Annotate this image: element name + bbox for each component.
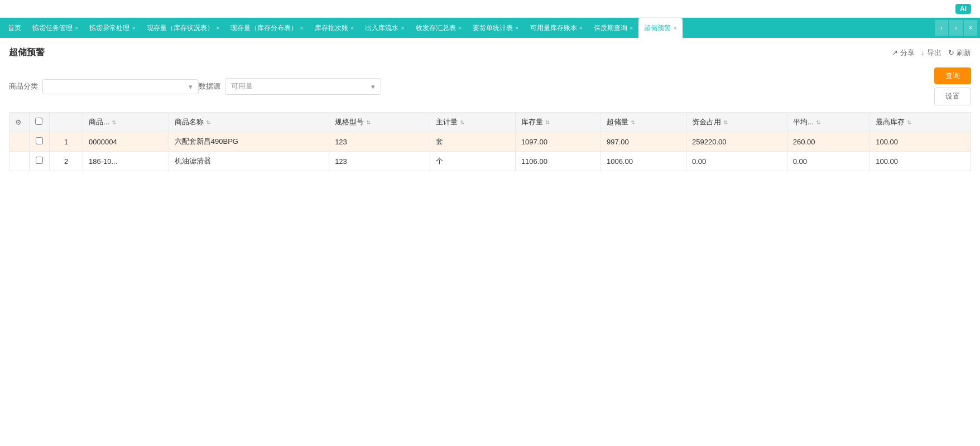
col-unit-label: 主计量 xyxy=(436,117,458,127)
nav-tab-inventory-dist-close[interactable]: × xyxy=(300,25,303,31)
nav-tab-inventory-status-close[interactable]: × xyxy=(216,25,219,31)
filter-buttons: 查询 设置 xyxy=(934,67,971,105)
nav-tab-inout-flow-close[interactable]: × xyxy=(401,25,404,31)
row-avg: 260.00 xyxy=(787,132,869,152)
nav-tab-inventory-status-label: 现存量（库存状况表） xyxy=(147,23,214,33)
nav-tab-home[interactable]: 首页 xyxy=(2,18,27,38)
page-header: 超储预警 ↗ 分享 ↓ 导出 ↻ 刷新 xyxy=(9,47,971,59)
nav-tab-overstock-warn-close[interactable]: × xyxy=(673,25,676,31)
col-name-sort-icon: ⇅ xyxy=(206,119,210,125)
nav-arrow-right[interactable]: › xyxy=(949,20,963,36)
col-checkbox-header[interactable] xyxy=(30,113,50,132)
nav-tab-exception-close[interactable]: × xyxy=(132,25,135,31)
col-max-label: 最高库存 xyxy=(876,117,905,127)
nav-tab-requisition-close[interactable]: × xyxy=(515,25,518,31)
datasource-select[interactable]: 可用量 ▾ xyxy=(225,78,381,95)
col-stock-header[interactable]: 库存量 ⇅ xyxy=(515,113,601,132)
ai-badge: Ai xyxy=(955,4,971,14)
row-spec: 123 xyxy=(329,132,430,152)
nav-tab-exception[interactable]: 拣货异常处理 × xyxy=(84,18,141,38)
select-all-checkbox[interactable] xyxy=(35,118,42,125)
nav-tab-inventory-dist[interactable]: 现存量（库存分布表） × xyxy=(225,18,309,38)
top-bar: Ai xyxy=(0,0,980,18)
nav-tab-overstock-warn[interactable]: 超储预警 × xyxy=(638,18,682,38)
nav-tab-available-ledger-close[interactable]: × xyxy=(579,25,583,31)
nav-arrows: ‹ › × xyxy=(934,20,978,36)
nav-tab-inout-flow[interactable]: 出入库流水 × xyxy=(359,18,410,38)
col-overstock-sort-icon: ⇅ xyxy=(631,119,635,125)
export-button[interactable]: ↓ 导出 xyxy=(921,48,942,58)
gear-icon[interactable]: ⚙ xyxy=(15,118,22,127)
nav-tab-quality-check-close[interactable]: × xyxy=(630,25,633,31)
header-actions: ↗ 分享 ↓ 导出 ↻ 刷新 xyxy=(892,48,972,58)
row-unit: 套 xyxy=(430,132,515,152)
table-header: ⚙ 商品... ⇅ 商品名称 ⇅ xyxy=(9,113,971,132)
export-icon: ↓ xyxy=(921,49,925,57)
row-gear-cell xyxy=(9,152,30,171)
nav-tab-inventory-batch[interactable]: 库存批次账 × xyxy=(309,18,359,38)
table-body: 1 0000004 六配套新昌490BPG 123 套 1097.00 997.… xyxy=(9,132,971,171)
row-overstock: 1006.00 xyxy=(601,152,686,171)
col-spec-label: 规格型号 xyxy=(335,117,364,127)
nav-tab-requisition[interactable]: 要货单统计表 × xyxy=(467,18,524,38)
settings-button[interactable]: 设置 xyxy=(934,88,971,105)
share-button[interactable]: ↗ 分享 xyxy=(892,48,915,58)
col-max-header[interactable]: 最高库存 ⇅ xyxy=(870,113,971,132)
nav-tab-quality-check[interactable]: 保质期查询 × xyxy=(588,18,638,38)
refresh-icon: ↻ xyxy=(948,49,954,57)
row-checkbox-cell[interactable] xyxy=(30,132,50,152)
nav-tab-recv-total[interactable]: 收发存汇总表 × xyxy=(410,18,467,38)
refresh-label: 刷新 xyxy=(957,48,971,58)
row-index: 2 xyxy=(50,152,83,171)
col-name-header[interactable]: 商品名称 ⇅ xyxy=(169,113,329,132)
nav-tab-inventory-status[interactable]: 现存量（库存状况表） × xyxy=(141,18,225,38)
col-code-header[interactable]: 商品... ⇅ xyxy=(83,113,169,132)
query-button[interactable]: 查询 xyxy=(934,67,971,84)
nav-tab-task-mgmt[interactable]: 拣货任务管理 × xyxy=(27,18,84,38)
col-name-label: 商品名称 xyxy=(175,117,204,127)
row-checkbox-cell[interactable] xyxy=(30,152,50,171)
category-dropdown-icon: ▾ xyxy=(189,83,193,91)
row-unit: 个 xyxy=(430,152,515,171)
nav-arrow-left[interactable]: ‹ xyxy=(935,20,948,36)
nav-tab-inout-flow-label: 出入库流水 xyxy=(365,23,398,33)
row-capital: 0.00 xyxy=(686,152,787,171)
category-label: 商品分类 xyxy=(9,81,38,91)
row-stock: 1097.00 xyxy=(515,132,601,152)
filter-row: 商品分类 ▾ 数据源 可用量 ▾ 查询 设置 xyxy=(9,67,971,105)
nav-tab-overstock-warn-label: 超储预警 xyxy=(644,23,671,33)
nav-tab-inventory-batch-close[interactable]: × xyxy=(350,25,354,31)
share-label: 分享 xyxy=(900,48,915,58)
refresh-button[interactable]: ↻ 刷新 xyxy=(948,48,971,58)
main-content: 超储预警 ↗ 分享 ↓ 导出 ↻ 刷新 商品分类 ▾ 数据源 xyxy=(0,38,980,446)
col-stock-sort-icon: ⇅ xyxy=(545,119,550,125)
row-checkbox[interactable] xyxy=(36,137,43,144)
row-checkbox[interactable] xyxy=(36,157,43,164)
col-capital-header[interactable]: 资金占用 ⇅ xyxy=(686,113,787,132)
row-overstock: 997.00 xyxy=(601,132,686,152)
nav-tab-home-label: 首页 xyxy=(8,23,21,33)
nav-bar: 首页 拣货任务管理 × 拣货异常处理 × 现存量（库存状况表） × 现存量（库存… xyxy=(0,18,980,38)
table-row: 2 186-10... 机油滤清器 123 个 1106.00 1006.00 … xyxy=(9,152,971,171)
nav-tab-recv-total-close[interactable]: × xyxy=(458,25,462,31)
nav-tab-available-ledger[interactable]: 可用量库存账本 × xyxy=(525,18,588,38)
col-avg-header[interactable]: 平均... ⇅ xyxy=(787,113,869,132)
col-gear[interactable]: ⚙ xyxy=(9,113,30,132)
row-avg: 0.00 xyxy=(787,152,869,171)
col-unit-header[interactable]: 主计量 ⇅ xyxy=(430,113,515,132)
nav-arrow-close[interactable]: × xyxy=(964,20,977,36)
nav-tab-exception-label: 拣货异常处理 xyxy=(89,23,129,33)
col-overstock-header[interactable]: 超储量 ⇅ xyxy=(601,113,686,132)
col-spec-header[interactable]: 规格型号 ⇅ xyxy=(329,113,430,132)
category-select[interactable]: ▾ xyxy=(42,79,199,94)
row-name: 六配套新昌490BPG xyxy=(169,132,329,152)
col-capital-label: 资金占用 xyxy=(692,117,721,127)
row-index: 1 xyxy=(50,132,83,152)
page-title: 超储预警 xyxy=(9,47,45,59)
nav-tab-task-mgmt-close[interactable]: × xyxy=(75,25,78,31)
export-label: 导出 xyxy=(927,48,941,58)
nav-tab-inventory-batch-label: 库存批次账 xyxy=(315,23,348,33)
col-max-sort-icon: ⇅ xyxy=(907,119,911,125)
share-icon: ↗ xyxy=(892,49,898,57)
nav-tab-available-ledger-label: 可用量库存账本 xyxy=(530,23,577,33)
